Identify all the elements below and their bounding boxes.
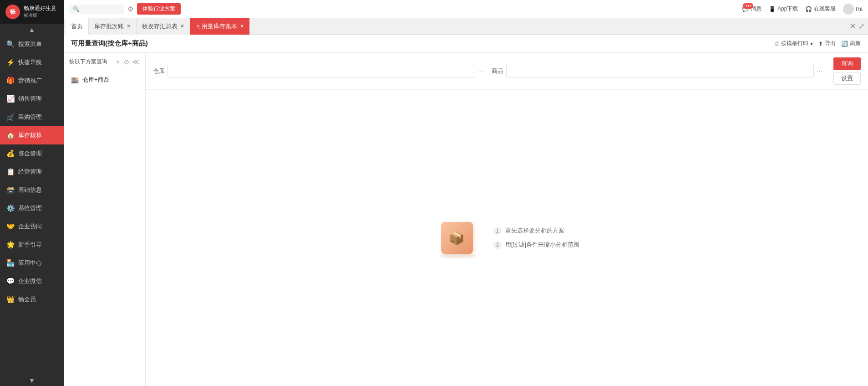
topbar-right: 💬 99+ 消息 📱 App下载 🎧 在线客服 Rit bbox=[742, 4, 863, 15]
chat-icon: 💬 bbox=[6, 277, 15, 285]
warehouse-query-field: 仓库 ··· bbox=[153, 65, 484, 77]
sidebar-item-label: 营销推广 bbox=[18, 77, 42, 85]
sidebar-item-label: 采购管理 bbox=[18, 113, 42, 121]
sidebar-item-member[interactable]: 👑 畅会员 bbox=[0, 290, 64, 309]
box-illustration: 📦 bbox=[441, 222, 473, 254]
sidebar-item-label: 系统管理 bbox=[18, 204, 42, 212]
folder-icon: 🗃️ bbox=[6, 186, 15, 194]
sidebar-item-label: 资金管理 bbox=[18, 149, 42, 158]
message-button[interactable]: 💬 99+ 消息 bbox=[742, 5, 761, 13]
query-button[interactable]: 查询 bbox=[833, 57, 861, 70]
warehouse-more-icon[interactable]: ··· bbox=[478, 67, 484, 75]
setting-button[interactable]: 设置 bbox=[833, 72, 861, 85]
tab-maximize-button[interactable]: ⤢ bbox=[858, 22, 864, 31]
tab-available-ledger-label: 可用量库存账本 bbox=[196, 22, 237, 31]
user-avatar[interactable]: Rit bbox=[843, 4, 863, 15]
sidebar-item-newcomer[interactable]: 🌟 新手引导 bbox=[0, 236, 64, 254]
print-template-button[interactable]: 🖨 按模板打印 ▾ bbox=[774, 40, 813, 47]
empty-state: 📦 1 请先选择要分析的方案 2 用[过滤]条件来缩小分析范围 bbox=[146, 90, 868, 386]
tab-collect-summary[interactable]: 收发存汇总表 ✕ bbox=[137, 18, 190, 35]
sidebar-item-wechat[interactable]: 💬 企业微信 bbox=[0, 272, 64, 290]
sidebar-item-enterprise[interactable]: 🤝 企业协同 bbox=[0, 217, 64, 236]
app-download-label: App下载 bbox=[777, 5, 798, 13]
sidebar-item-marketing[interactable]: 🎁 营销推广 bbox=[0, 72, 64, 90]
tabs-right-actions: ✕ ⤢ bbox=[850, 22, 868, 31]
filter-item-label: 仓库+商品 bbox=[82, 76, 110, 84]
sidebar-item-operations[interactable]: 📋 经营管理 bbox=[0, 163, 64, 181]
online-service-button[interactable]: 🎧 在线客服 bbox=[805, 5, 836, 13]
gear-icon: ⚙️ bbox=[6, 204, 15, 212]
tab-home[interactable]: 首页 bbox=[66, 18, 89, 35]
export-button[interactable]: ⬆ 导出 bbox=[818, 40, 836, 47]
filter-header-label: 按以下方案查询 bbox=[69, 58, 107, 66]
sidebar-item-app-center[interactable]: 🏪 应用中心 bbox=[0, 254, 64, 272]
sidebar-item-finance[interactable]: 💰 资金管理 bbox=[0, 144, 64, 163]
tab-available-ledger-close-icon[interactable]: ✕ bbox=[240, 23, 244, 29]
warehouse-input[interactable] bbox=[168, 65, 475, 77]
settings-icon[interactable]: ⚙ bbox=[127, 5, 133, 13]
filter-add-button[interactable]: ＋ bbox=[115, 57, 121, 66]
sidebar-item-shortcut[interactable]: ⚡ 快捷导航 bbox=[0, 53, 64, 72]
industry-solution-button[interactable]: 体验行业方案 bbox=[137, 3, 181, 15]
sidebar-logo: 畅 bbox=[5, 5, 20, 19]
tab-batch-account[interactable]: 库存批次账 ✕ bbox=[89, 18, 137, 35]
tab-available-ledger[interactable]: 可用量库存账本 ✕ bbox=[190, 18, 250, 35]
cart-icon: 🛒 bbox=[6, 113, 15, 121]
sidebar-item-inventory[interactable]: 🏠 库存核算 bbox=[0, 126, 64, 144]
filter-panel: 按以下方案查询 ＋ ⊙ ≪ 🏬 仓库+商品 bbox=[64, 53, 146, 386]
clipboard-icon: 📋 bbox=[6, 168, 15, 176]
sidebar-edition: 标准版 bbox=[24, 12, 56, 19]
warehouse-label: 仓库 bbox=[153, 67, 165, 75]
filter-item-warehouse-goods[interactable]: 🏬 仓库+商品 bbox=[64, 71, 145, 88]
print-chevron-down-icon[interactable]: ▾ bbox=[810, 41, 813, 47]
tip-text-2: 用[过滤]条件来缩小分析范围 bbox=[505, 241, 579, 249]
filter-settings-button[interactable]: ⊙ bbox=[124, 57, 129, 66]
tab-batch-account-close-icon[interactable]: ✕ bbox=[127, 23, 131, 29]
tabs-bar: 首页 库存批次账 ✕ 收发存汇总表 ✕ 可用量库存账本 ✕ ✕ ⤢ bbox=[64, 18, 868, 35]
sidebar-item-label: 经营管理 bbox=[18, 168, 42, 176]
export-icon: ⬆ bbox=[818, 41, 823, 47]
message-badge-wrapper: 💬 99+ bbox=[742, 6, 749, 12]
sidebar-company-name: 畅康通好生意 bbox=[24, 5, 56, 12]
goods-more-icon[interactable]: ··· bbox=[817, 67, 822, 75]
sidebar-item-label: 企业协同 bbox=[18, 222, 42, 231]
sidebar-item-sales[interactable]: 📈 销售管理 bbox=[0, 90, 64, 108]
tip-item-1: 1 请先选择要分析的方案 bbox=[493, 226, 579, 235]
tab-collect-summary-close-icon[interactable]: ✕ bbox=[180, 23, 184, 29]
goods-label: 商品 bbox=[492, 67, 503, 75]
search-icon-topbar: 🔍 bbox=[73, 6, 80, 12]
sidebar-item-label: 应用中心 bbox=[18, 259, 42, 267]
sidebar-item-label: 销售管理 bbox=[18, 95, 42, 103]
warehouse-goods-icon: 🏬 bbox=[71, 76, 79, 83]
print-icon: 🖨 bbox=[774, 41, 779, 47]
filter-collapse-button[interactable]: ≪ bbox=[132, 57, 140, 66]
gift-icon: 🎁 bbox=[6, 77, 15, 85]
search-icon: 🔍 bbox=[6, 40, 15, 48]
sidebar-item-search[interactable]: 🔍 搜索菜单 bbox=[0, 35, 64, 53]
sidebar-scroll-up[interactable]: ▲ bbox=[0, 24, 64, 35]
message-count-badge: 99+ bbox=[743, 3, 753, 9]
tab-collect-summary-label: 收发存汇总表 bbox=[142, 22, 178, 31]
tab-home-label: 首页 bbox=[71, 22, 83, 31]
app-download-button[interactable]: 📱 App下载 bbox=[769, 5, 798, 13]
tab-close-all-button[interactable]: ✕ bbox=[850, 22, 856, 31]
print-label: 按模板打印 bbox=[781, 40, 808, 47]
sidebar-scroll-down[interactable]: ▼ bbox=[0, 375, 64, 386]
page-header: 可用量查询(按仓库+商品) 🖨 按模板打印 ▾ ⬆ 导出 🔄 刷新 bbox=[64, 35, 868, 53]
sidebar-item-label: 基础信息 bbox=[18, 186, 42, 194]
star-icon: 🌟 bbox=[6, 241, 15, 249]
topbar-search[interactable]: 🔍 bbox=[69, 5, 124, 14]
avatar bbox=[843, 4, 854, 15]
sidebar-item-label: 新手引导 bbox=[18, 241, 42, 249]
sidebar-item-basic-info[interactable]: 🗃️ 基础信息 bbox=[0, 181, 64, 199]
tip-number-2: 2 bbox=[493, 241, 502, 249]
tip-text-1: 请先选择要分析的方案 bbox=[505, 226, 564, 235]
sidebar-item-label: 企业微信 bbox=[18, 277, 42, 285]
refresh-button[interactable]: 🔄 刷新 bbox=[841, 40, 861, 47]
sidebar-item-purchase[interactable]: 🛒 采购管理 bbox=[0, 108, 64, 126]
goods-input[interactable] bbox=[506, 65, 814, 77]
refresh-icon: 🔄 bbox=[841, 41, 848, 47]
service-label: 在线客服 bbox=[814, 5, 836, 13]
sidebar-item-system[interactable]: ⚙️ 系统管理 bbox=[0, 199, 64, 217]
empty-tips: 1 请先选择要分析的方案 2 用[过滤]条件来缩小分析范围 bbox=[493, 226, 579, 249]
